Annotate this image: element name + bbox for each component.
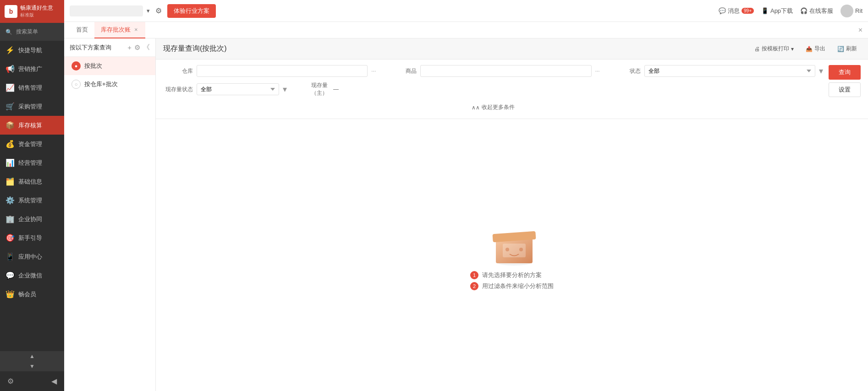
collapse-more-button[interactable]: ∧∧ 收起更多条件 xyxy=(466,102,520,113)
sidebar-item-purchase[interactable]: 🛒 采购管理 xyxy=(0,97,64,116)
step-1-text: 请先选择要分析的方案 xyxy=(482,271,542,279)
app-download-button[interactable]: 📱 App下载 xyxy=(761,7,793,15)
sidebar: b 畅康通好生意 标准版 🔍 搜索菜单 ⚡ 快捷导航 📢 营销推广 📈 销售管理… xyxy=(0,0,64,391)
warehouse-filter-input[interactable] xyxy=(197,65,368,77)
filter-row-1: 仓库 ··· 商品 ··· 状态 全部 正常 停用 xyxy=(163,65,823,77)
user-avatar xyxy=(841,5,853,17)
refresh-icon: 🔄 xyxy=(837,46,844,52)
warehouse-more-button[interactable]: ··· xyxy=(371,68,376,74)
add-scheme-button[interactable]: + xyxy=(127,43,132,52)
refresh-label: 刷新 xyxy=(846,45,857,53)
tab-home[interactable]: 首页 xyxy=(70,22,94,38)
scheme-dot-active: ● xyxy=(71,61,81,71)
scheme-item-by-batch[interactable]: ● 按批次 xyxy=(64,57,155,75)
tab-batch-ledger[interactable]: 库存批次账 × xyxy=(94,22,145,38)
close-panel-button[interactable]: × xyxy=(858,26,863,34)
warehouse-filter-label: 仓库 xyxy=(163,67,193,75)
inventory-label: 库存核算 xyxy=(18,121,42,130)
status-dropdown-icon[interactable]: ▾ xyxy=(819,66,823,76)
enterprise-icon: 🏢 xyxy=(5,215,15,223)
topbar: ▾ ⚙ 体验行业方案 💬 消息 99+ 📱 App下载 🎧 在线客服 Rit xyxy=(64,0,868,22)
user-name: Rit xyxy=(855,7,863,14)
print-button[interactable]: 🖨 按模板打印 ▾ xyxy=(751,43,797,54)
purchase-label: 采购管理 xyxy=(18,103,42,111)
sidebar-item-member[interactable]: 👑 畅会员 xyxy=(0,285,64,304)
sidebar-item-weixin[interactable]: 💬 企业微信 xyxy=(0,266,64,285)
export-button[interactable]: 📤 导出 xyxy=(802,43,829,54)
tab-batch-ledger-label: 库存批次账 xyxy=(101,26,131,34)
sidebar-item-system[interactable]: ⚙️ 系统管理 xyxy=(0,191,64,210)
user-profile-button[interactable]: Rit xyxy=(841,5,863,17)
app-center-label: 应用中心 xyxy=(18,253,42,261)
app-logo: b xyxy=(5,5,17,18)
goods-more-button[interactable]: ··· xyxy=(595,68,600,74)
stock-amount-label: 现存量（主） xyxy=(298,81,328,97)
topbar-dropdown-button[interactable]: ▾ xyxy=(147,7,150,14)
page-title-actions: 🖨 按模板打印 ▾ 📤 导出 🔄 刷新 xyxy=(751,43,861,54)
sidebar-item-basic[interactable]: 🗂️ 基础信息 xyxy=(0,172,64,191)
collapse-sidebar-button[interactable]: ◀ xyxy=(49,375,59,387)
right-content: 现存量查询(按批次) 🖨 按模板打印 ▾ 📤 导出 🔄 刷新 xyxy=(156,38,868,391)
empty-steps: 1 请先选择要分析的方案 2 用过滤条件来缩小分析范围 xyxy=(470,271,554,290)
query-button[interactable]: 查询 xyxy=(829,65,861,80)
scheme-item-by-warehouse-batch[interactable]: ○ 按仓库+批次 xyxy=(64,75,155,93)
messages-button[interactable]: 💬 消息 99+ xyxy=(719,7,754,15)
newbie-icon: 🎯 xyxy=(5,234,15,242)
search-label: 搜索菜单 xyxy=(16,28,38,36)
empty-step-2: 2 用过滤条件来缩小分析范围 xyxy=(470,282,554,290)
stock-status-dropdown-icon[interactable]: ▾ xyxy=(283,84,287,94)
customer-service-button[interactable]: 🎧 在线客服 xyxy=(800,7,833,15)
customer-service-label: 在线客服 xyxy=(809,7,833,15)
sidebar-item-inventory[interactable]: 📦 库存核算 xyxy=(0,116,64,135)
messages-label: 消息 xyxy=(728,7,740,15)
left-panel-title: 按以下方案查询 xyxy=(70,43,111,52)
empty-icon xyxy=(489,220,535,266)
status-filter-label: 状态 xyxy=(611,67,641,75)
purchase-icon: 🛒 xyxy=(5,102,15,111)
sidebar-scroll-down[interactable]: ▼ xyxy=(0,361,64,371)
sidebar-item-newbie[interactable]: 🎯 新手引导 xyxy=(0,228,64,247)
trial-button[interactable]: 体验行业方案 xyxy=(167,4,216,18)
tabs-bar: 首页 库存批次账 × × xyxy=(64,22,868,38)
tab-home-label: 首页 xyxy=(76,26,88,34)
newbie-label: 新手引导 xyxy=(18,234,42,242)
finance-icon: 💰 xyxy=(5,140,15,148)
sidebar-search[interactable]: 🔍 搜索菜单 xyxy=(0,23,64,41)
app-title: 畅康通好生意 xyxy=(20,5,53,12)
operation-label: 经营管理 xyxy=(18,159,42,167)
sidebar-item-app-center[interactable]: 📱 应用中心 xyxy=(0,247,64,266)
goods-filter-input[interactable] xyxy=(420,65,591,77)
tab-close-button[interactable]: × xyxy=(133,26,139,33)
topbar-gear-button[interactable]: ⚙ xyxy=(154,5,164,17)
sidebar-item-finance[interactable]: 💰 资金管理 xyxy=(0,135,64,153)
sidebar-header: b 畅康通好生意 标准版 xyxy=(0,0,64,23)
basic-icon: 🗂️ xyxy=(5,177,15,186)
settings-button[interactable]: ⚙ xyxy=(5,375,16,387)
scheme-settings-button[interactable]: ⚙ xyxy=(134,43,140,52)
sidebar-item-quick-nav[interactable]: ⚡ 快捷导航 xyxy=(0,41,64,60)
sales-label: 销售管理 xyxy=(18,84,42,92)
collapse-left-panel-button[interactable]: 《 xyxy=(143,43,150,52)
stock-status-label: 现存量状态 xyxy=(163,86,193,93)
app-center-icon: 📱 xyxy=(5,252,15,261)
sidebar-item-operation[interactable]: 📊 经营管理 xyxy=(0,153,64,172)
sidebar-item-enterprise[interactable]: 🏢 企业协同 xyxy=(0,210,64,228)
empty-illustration xyxy=(489,220,539,266)
empty-state: 1 请先选择要分析的方案 2 用过滤条件来缩小分析范围 xyxy=(156,119,868,391)
refresh-button[interactable]: 🔄 刷新 xyxy=(834,43,861,54)
topbar-search-input[interactable] xyxy=(70,5,143,16)
export-icon: 📤 xyxy=(806,46,813,52)
topbar-right: 💬 消息 99+ 📱 App下载 🎧 在线客服 Rit xyxy=(719,5,863,17)
sidebar-scroll-up[interactable]: ▲ xyxy=(0,351,64,361)
print-dropdown-icon: ▾ xyxy=(791,46,794,52)
left-panel: 按以下方案查询 + ⚙ 《 ● 按批次 ○ 按仓库+批次 xyxy=(64,38,156,391)
status-filter-select[interactable]: 全部 正常 停用 xyxy=(644,65,815,77)
sidebar-item-marketing[interactable]: 📢 营销推广 xyxy=(0,60,64,78)
system-icon: ⚙️ xyxy=(5,196,15,205)
filter-row-2: 现存量状态 全部 正常 负库存 ▾ 现存量（主） — xyxy=(163,81,823,97)
stock-status-select[interactable]: 全部 正常 负库存 xyxy=(197,83,279,95)
sidebar-item-sales[interactable]: 📈 销售管理 xyxy=(0,78,64,97)
scheme-by-warehouse-batch-label: 按仓库+批次 xyxy=(84,80,118,88)
filter-settings-button[interactable]: 设置 xyxy=(829,82,861,97)
badge-plus: + xyxy=(749,8,752,13)
